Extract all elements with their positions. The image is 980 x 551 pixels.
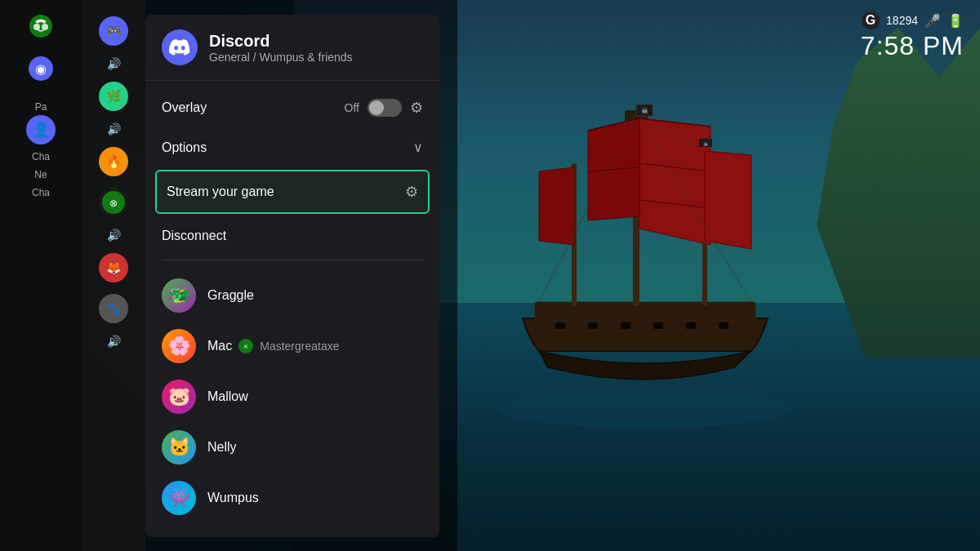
discord-header: Discord General / Wumpus & friends	[145, 15, 439, 81]
svg-rect-23	[686, 322, 696, 329]
overlay-controls: Off ⚙	[345, 99, 423, 117]
sidebar-section-cha2: Cha	[32, 187, 50, 198]
chevron-down-icon: ∨	[413, 140, 423, 155]
member-row-mac[interactable]: 🌸 Mac ✕ Mastergreataxe	[145, 321, 439, 371]
discord-icon[interactable]: ◉	[23, 51, 59, 87]
member-info-graggle: Graggle	[207, 288, 254, 303]
stream-gear-icon[interactable]: ⚙	[405, 183, 418, 201]
member-name-mac: Mac ✕ Mastergreataxe	[207, 339, 340, 353]
discord-logo	[162, 29, 198, 65]
hud-top-right: G 18294 🎤 🔋 7:58 PM	[861, 11, 964, 61]
svg-rect-20	[588, 322, 598, 329]
avatar-circle-6[interactable]: 🐾	[99, 294, 128, 323]
discord-app-name: Discord	[209, 32, 353, 51]
members-divider	[162, 260, 423, 260]
avatar-strip: 🎮 🔊 🌿 🔊 🔥 ⊗ 🔊 🦊 🐾 🔊	[82, 0, 145, 551]
avatar-circle-5[interactable]: 🦊	[99, 253, 128, 282]
avatar-item-5: 🦊	[99, 253, 128, 282]
member-gamertag-mac: Mastergreataxe	[260, 340, 339, 353]
avatar-item-6: 🐾	[99, 294, 128, 323]
svg-point-0	[498, 388, 792, 429]
overlay-state: Off	[345, 101, 359, 114]
mic-icon: 🎤	[924, 13, 941, 29]
svg-text:⊗: ⊗	[109, 198, 118, 209]
discord-header-text: Discord General / Wumpus & friends	[209, 32, 353, 64]
discord-panel: Discord General / Wumpus & friends Overl…	[145, 15, 439, 537]
stream-game-label: Stream your game	[167, 184, 274, 199]
hud-status-row: G 18294 🎤 🔋	[862, 11, 964, 29]
avatar-item-2: 🌿	[99, 82, 128, 111]
svg-text:✕: ✕	[243, 344, 248, 349]
battery-icon: 🔋	[947, 13, 964, 29]
member-avatar-mac: 🌸	[162, 329, 196, 363]
svg-rect-22	[653, 322, 663, 329]
svg-text:☠: ☠	[703, 141, 708, 147]
volume-icon-1: 🔊	[107, 57, 121, 70]
discord-menu: Overlay Off ⚙ Options ∨ Stream your game…	[145, 81, 439, 537]
avatar-circle-1[interactable]: 🎮	[99, 16, 128, 46]
member-avatar-nelly: 🐱	[162, 430, 196, 464]
sidebar-label-party: Pa	[35, 101, 47, 113]
sidebar-label-ne: Ne	[34, 169, 47, 180]
member-info-mallow: Mallow	[207, 389, 248, 404]
svg-point-25	[29, 15, 52, 38]
options-chevron: ∨	[413, 140, 423, 155]
disconnect-label: Disconnect	[162, 229, 226, 242]
g-icon: G	[862, 11, 880, 29]
overlay-row[interactable]: Overlay Off ⚙	[145, 87, 439, 128]
hud-time: 7:58 PM	[861, 31, 964, 61]
svg-point-26	[33, 24, 40, 30]
hud-time-row: 7:58 PM	[861, 31, 964, 61]
member-info-mac: Mac ✕ Mastergreataxe	[207, 339, 340, 353]
svg-rect-21	[621, 322, 630, 329]
overlay-gear-icon[interactable]: ⚙	[410, 99, 423, 117]
member-row-mallow[interactable]: 🐷 Mallow	[145, 371, 439, 422]
svg-rect-24	[719, 322, 728, 329]
xbox-icon[interactable]	[23, 8, 59, 44]
member-name-wumpus: Wumpus	[207, 491, 259, 505]
sidebar-section-ne: Ne	[34, 169, 47, 180]
volume-icon-4: 🔊	[107, 229, 121, 242]
sidebar-section-chat1: Cha	[32, 151, 50, 162]
member-name-nelly: Nelly	[207, 440, 237, 455]
overlay-label: Overlay	[162, 100, 207, 115]
member-avatar-graggle: 🐲	[162, 278, 196, 313]
svg-rect-1	[535, 302, 755, 320]
avatar-circle-2[interactable]: 🌿	[99, 82, 128, 111]
avatar-circle-3[interactable]: 🔥	[99, 147, 128, 176]
sidebar-label-cha2: Cha	[32, 187, 50, 198]
svg-rect-19	[555, 322, 565, 329]
discord-subtitle: General / Wumpus & friends	[209, 51, 353, 64]
avatar-circle-4[interactable]: ⊗	[99, 188, 128, 217]
sidebar-section-party: Pa 👤	[26, 101, 56, 144]
member-name-graggle: Graggle	[207, 288, 254, 303]
svg-point-27	[42, 24, 48, 30]
svg-text:☠: ☠	[641, 106, 648, 115]
disconnect-row[interactable]: Disconnect	[145, 217, 439, 255]
member-row-graggle[interactable]: 🐲 Graggle	[145, 270, 439, 321]
member-avatar-mallow: 🐷	[162, 380, 196, 414]
left-strip: ◉ Pa 👤 Cha Ne Cha	[0, 0, 82, 551]
hud-score: 18294	[886, 14, 918, 27]
volume-icon-2: 🔊	[107, 122, 121, 136]
member-info-wumpus: Wumpus	[207, 491, 259, 505]
avatar-item-3: 🔥	[99, 147, 128, 176]
avatar-item-1: 🎮	[99, 16, 128, 46]
member-row-nelly[interactable]: 🐱 Nelly	[145, 422, 439, 473]
volume-icon-6: 🔊	[107, 335, 121, 348]
sidebar-label-cha1: Cha	[32, 151, 50, 162]
member-name-mallow: Mallow	[207, 389, 248, 404]
member-row-wumpus[interactable]: 👾 Wumpus	[145, 473, 439, 523]
overlay-toggle[interactable]	[368, 99, 402, 117]
options-row[interactable]: Options ∨	[145, 128, 439, 167]
members-list: 🐲 Graggle 🌸 Mac ✕ Mastergreataxe	[145, 265, 439, 528]
sidebar-avatar-1[interactable]: 👤	[26, 115, 56, 144]
avatar-item-4: ⊗	[99, 188, 128, 217]
toggle-knob	[369, 100, 384, 115]
member-avatar-wumpus: 👾	[162, 481, 196, 515]
xbox-badge-mac: ✕	[238, 339, 253, 353]
member-info-nelly: Nelly	[207, 440, 237, 455]
options-label: Options	[162, 140, 207, 155]
ship: ☠ ☠	[474, 65, 817, 444]
stream-game-row[interactable]: Stream your game ⚙	[155, 170, 430, 214]
